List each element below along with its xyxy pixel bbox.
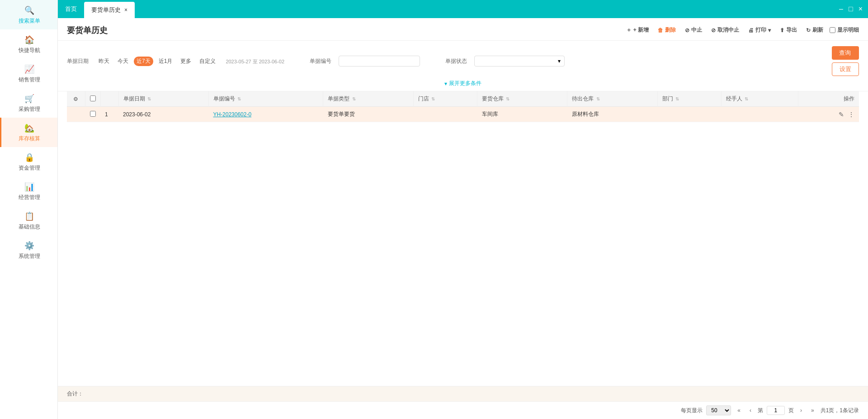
- col-dept-sort-icon: ⇅: [675, 96, 679, 101]
- doc-status-dropdown-icon: ▾: [558, 58, 561, 64]
- cancel-stop-icon: ⊘: [711, 27, 716, 33]
- col-dept-label: 部门: [662, 95, 673, 102]
- date-btn-custom[interactable]: 自定义: [197, 57, 218, 66]
- row-doc-no-link[interactable]: YH-20230602-0: [213, 111, 251, 118]
- query-button[interactable]: 查询: [832, 46, 859, 60]
- row-seq: 1: [100, 107, 118, 122]
- display-detail-toggle[interactable]: 显示明细: [830, 26, 859, 34]
- sidebar-item-inventory-label: 库存核算: [19, 135, 40, 143]
- sidebar-item-purchase-mgmt[interactable]: 🛒 采购管理: [0, 88, 57, 118]
- first-page-button[interactable]: «: [735, 406, 743, 414]
- window-minimize-icon[interactable]: –: [839, 5, 843, 13]
- sidebar-item-system-mgmt[interactable]: ⚙️ 系统管理: [0, 235, 57, 265]
- delete-button[interactable]: 🗑 删除: [655, 24, 679, 36]
- col-doc-date-label: 单据日期: [123, 95, 145, 102]
- date-btn-7days[interactable]: 近7天: [134, 57, 153, 66]
- tab-home[interactable]: 首页: [58, 0, 84, 18]
- page-number-input[interactable]: [767, 406, 785, 415]
- delete-icon: 🗑: [658, 27, 663, 33]
- sidebar-item-operations-mgmt[interactable]: 📊 经营管理: [0, 176, 57, 206]
- stop-button[interactable]: ⊘ 中止: [682, 24, 705, 36]
- row-action-more-icon[interactable]: ⋮: [848, 111, 854, 118]
- window-restore-icon[interactable]: □: [849, 5, 853, 13]
- tab-requisition-history-label: 要货单历史: [91, 6, 121, 14]
- row-dept: [657, 107, 721, 122]
- date-btn-yesterday[interactable]: 昨天: [96, 57, 112, 66]
- col-store-label: 门店: [418, 95, 429, 102]
- date-btn-1month[interactable]: 近1月: [156, 57, 175, 66]
- print-button[interactable]: 🖨 打印 ▾: [745, 24, 774, 36]
- sidebar-item-sales-mgmt-label: 销售管理: [19, 76, 40, 84]
- operations-mgmt-icon: 📊: [24, 182, 34, 192]
- display-detail-checkbox[interactable]: [830, 27, 835, 33]
- sidebar-item-quick-nav-label: 快捷导航: [19, 47, 40, 54]
- table-area: ⚙ 单据日期 ⇅ 单据编号 ⇅: [58, 91, 868, 386]
- finance-mgmt-icon: 🔒: [24, 152, 34, 162]
- col-doc-no-label: 单据编号: [213, 95, 235, 102]
- export-button[interactable]: ⬆ 导出: [777, 24, 800, 36]
- date-range-text: 2023-05-27 至 2023-06-02: [226, 58, 284, 65]
- tab-requisition-history[interactable]: 要货单历史 ×: [84, 2, 135, 18]
- next-page-button[interactable]: ›: [797, 406, 805, 414]
- prev-page-button[interactable]: ‹: [747, 406, 754, 414]
- total-info: 共1页，1条记录: [821, 407, 859, 414]
- col-handler[interactable]: 经手人 ⇅: [722, 91, 798, 107]
- sidebar-item-search-menu[interactable]: 🔍 搜索菜单: [0, 0, 57, 29]
- col-pending-warehouse[interactable]: 待出仓库 ⇅: [567, 91, 657, 107]
- filter-area: 单据日期 昨天 今天 近7天 近1月 更多 自定义 2023-05-27 至 2…: [58, 41, 868, 91]
- row-doc-date: 2023-06-02: [118, 107, 208, 122]
- display-detail-label: 显示明细: [837, 26, 859, 34]
- col-doc-date-sort-icon: ⇅: [147, 96, 151, 101]
- tab-close-icon[interactable]: ×: [124, 7, 127, 13]
- sidebar-item-basic-info[interactable]: 📋 基础信息: [0, 206, 57, 235]
- per-page-select[interactable]: 10 20 50 100: [706, 405, 731, 415]
- col-pending-warehouse-sort-icon: ⇅: [596, 96, 600, 101]
- col-action-label: 操作: [844, 95, 854, 102]
- sidebar-item-purchase-mgmt-label: 采购管理: [19, 105, 40, 113]
- last-page-button[interactable]: »: [808, 406, 817, 414]
- row-checkbox[interactable]: [90, 111, 96, 117]
- delete-button-label: 删除: [665, 26, 676, 34]
- print-icon: 🖨: [748, 27, 754, 33]
- row-settings: [67, 107, 85, 122]
- sidebar-item-finance-mgmt[interactable]: 🔒 资金管理: [0, 147, 57, 176]
- col-settings[interactable]: ⚙: [67, 91, 85, 107]
- top-bar: 首页 要货单历史 × – □ ×: [58, 0, 868, 18]
- sidebar-item-quick-nav[interactable]: 🏠 快捷导航: [0, 29, 57, 59]
- refresh-icon: ↻: [806, 27, 811, 33]
- select-all-checkbox[interactable]: [90, 95, 96, 101]
- new-button-icon: ＋: [626, 26, 632, 34]
- expand-conditions-button[interactable]: ▾ 展开更多条件: [444, 80, 481, 87]
- stop-icon: ⊘: [685, 27, 689, 33]
- new-button[interactable]: ＋ + 新增: [623, 24, 651, 36]
- col-doc-type[interactable]: 单据类型 ⇅: [323, 91, 413, 107]
- col-seq: [100, 91, 118, 107]
- basic-info-icon: 📋: [24, 211, 34, 221]
- date-filter-buttons: 昨天 今天 近7天 近1月 更多 自定义: [96, 57, 218, 66]
- col-doc-date[interactable]: 单据日期 ⇅: [118, 91, 208, 107]
- refresh-button[interactable]: ↻ 刷新: [803, 24, 826, 36]
- row-checkbox-cell[interactable]: [85, 107, 100, 122]
- date-btn-today[interactable]: 今天: [115, 57, 131, 66]
- settings-button[interactable]: 设置: [832, 62, 859, 76]
- row-doc-no[interactable]: YH-20230602-0: [208, 107, 323, 122]
- tab-home-label: 首页: [65, 5, 77, 13]
- col-req-warehouse[interactable]: 要货仓库 ⇅: [477, 91, 567, 107]
- cancel-stop-button[interactable]: ⊘ 取消中止: [708, 24, 742, 36]
- row-actions: ✎ ⋮: [798, 107, 859, 122]
- col-dept[interactable]: 部门 ⇅: [657, 91, 721, 107]
- sidebar-item-inventory[interactable]: 🏡 库存核算: [0, 118, 57, 147]
- date-btn-more[interactable]: 更多: [178, 57, 194, 66]
- row-action-edit-icon[interactable]: ✎: [839, 111, 844, 118]
- pagination-area: 每页显示 10 20 50 100 « ‹ 第 页 › » 共1页，1条记录: [58, 401, 868, 419]
- expand-row: ▾ 展开更多条件: [67, 80, 859, 87]
- sidebar-item-system-mgmt-label: 系统管理: [19, 252, 40, 260]
- window-close-icon[interactable]: ×: [859, 5, 863, 13]
- sidebar-item-sales-mgmt[interactable]: 📈 销售管理: [0, 59, 57, 88]
- row-pending-warehouse: 原材料仓库: [567, 107, 657, 122]
- sidebar: 🔍 搜索菜单 🏠 快捷导航 📈 销售管理 🛒 采购管理 🏡 库存核算 🔒 资金管…: [0, 0, 58, 419]
- doc-no-input[interactable]: [339, 56, 420, 67]
- col-store[interactable]: 门店 ⇅: [413, 91, 477, 107]
- doc-status-select[interactable]: ▾: [474, 56, 565, 67]
- col-doc-no[interactable]: 单据编号 ⇅: [208, 91, 323, 107]
